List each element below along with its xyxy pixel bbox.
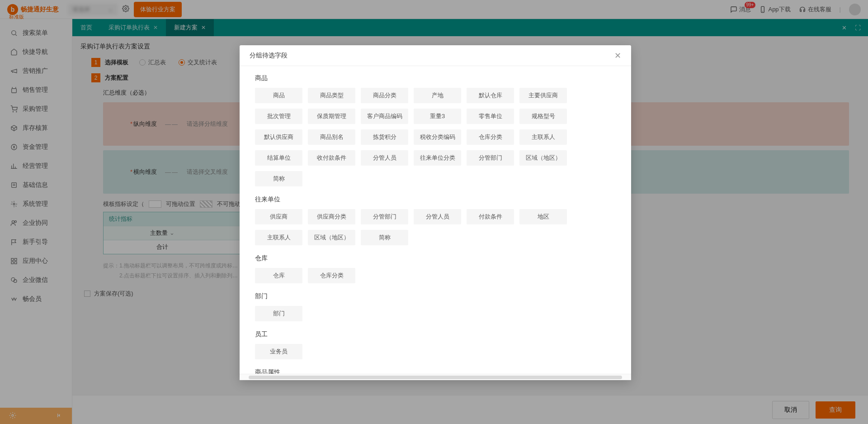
chip-row: 业务员: [255, 344, 616, 359]
field-group-部门: 部门部门: [255, 292, 616, 321]
modal-horizontal-scrollbar[interactable]: [240, 374, 631, 380]
field-picker-modal: 分组待选字段 ✕ 商品商品商品类型商品分类产地默认仓库主要供应商批次管理保质期管…: [240, 45, 631, 380]
field-chip[interactable]: 拣货积分: [361, 129, 408, 145]
group-title: 往来单位: [255, 195, 616, 204]
chip-row: 仓库仓库分类: [255, 268, 616, 283]
field-chip[interactable]: 主要供应商: [519, 88, 567, 103]
modal-header: 分组待选字段 ✕: [240, 45, 631, 66]
field-chip[interactable]: 税收分类编码: [414, 129, 461, 145]
group-title: 仓库: [255, 254, 616, 262]
field-chip[interactable]: 分管人员: [414, 209, 461, 224]
field-chip[interactable]: 分管人员: [361, 150, 408, 166]
field-chip[interactable]: 分管部门: [467, 150, 514, 166]
field-chip[interactable]: 保质期管理: [308, 109, 355, 124]
field-chip[interactable]: 批次管理: [255, 109, 302, 124]
chip-row: 供应商供应商分类分管部门分管人员付款条件地区主联系人区域（地区）简称: [255, 209, 616, 245]
chip-row: 部门: [255, 306, 616, 321]
modal-body[interactable]: 商品商品商品类型商品分类产地默认仓库主要供应商批次管理保质期管理客户商品编码重量…: [240, 66, 631, 374]
field-chip[interactable]: 主联系人: [255, 230, 302, 245]
field-group-商品属性: 商品属性属性颜色多规格尺码鞋码1: [255, 368, 616, 374]
group-title: 员工: [255, 330, 616, 338]
field-chip[interactable]: 区域（地区）: [308, 230, 355, 245]
field-chip[interactable]: 商品分类: [361, 88, 408, 103]
chip-row: 商品商品类型商品分类产地默认仓库主要供应商批次管理保质期管理客户商品编码重量3零…: [255, 88, 616, 186]
group-title: 部门: [255, 292, 616, 300]
field-chip[interactable]: 地区: [519, 209, 567, 224]
field-chip[interactable]: 主联系人: [519, 129, 567, 145]
field-chip[interactable]: 重量3: [414, 109, 461, 124]
field-chip[interactable]: 付款条件: [467, 209, 514, 224]
field-chip[interactable]: 结算单位: [255, 150, 302, 166]
field-chip[interactable]: 商品类型: [308, 88, 355, 103]
field-chip[interactable]: 业务员: [255, 344, 302, 359]
field-chip[interactable]: 收付款条件: [308, 150, 355, 166]
field-chip[interactable]: 产地: [414, 88, 461, 103]
field-chip[interactable]: 简称: [361, 230, 408, 245]
field-chip[interactable]: 供应商: [255, 209, 302, 224]
field-chip[interactable]: 往来单位分类: [414, 150, 461, 166]
field-chip[interactable]: 仓库: [255, 268, 302, 283]
field-group-仓库: 仓库仓库仓库分类: [255, 254, 616, 283]
field-chip[interactable]: 商品: [255, 88, 302, 103]
field-group-商品: 商品商品商品类型商品分类产地默认仓库主要供应商批次管理保质期管理客户商品编码重量…: [255, 74, 616, 186]
field-chip[interactable]: 简称: [255, 171, 302, 186]
group-title: 商品: [255, 74, 616, 82]
field-chip[interactable]: 区域（地区）: [519, 150, 567, 166]
field-chip[interactable]: 规格型号: [519, 109, 567, 124]
field-chip[interactable]: 部门: [255, 306, 302, 321]
field-chip[interactable]: 默认供应商: [255, 129, 302, 145]
field-group-员工: 员工业务员: [255, 330, 616, 359]
field-chip[interactable]: 供应商分类: [308, 209, 355, 224]
field-chip[interactable]: 商品别名: [308, 129, 355, 145]
field-chip[interactable]: 客户商品编码: [361, 109, 408, 124]
modal-title: 分组待选字段: [250, 52, 288, 60]
field-group-往来单位: 往来单位供应商供应商分类分管部门分管人员付款条件地区主联系人区域（地区）简称: [255, 195, 616, 245]
field-chip[interactable]: 默认仓库: [467, 88, 514, 103]
field-chip[interactable]: 仓库分类: [308, 268, 355, 283]
field-chip[interactable]: 仓库分类: [467, 129, 514, 145]
field-chip[interactable]: 零售单位: [467, 109, 514, 124]
field-chip[interactable]: 分管部门: [361, 209, 408, 224]
group-title: 商品属性: [255, 368, 616, 374]
modal-close-icon[interactable]: ✕: [614, 51, 621, 61]
